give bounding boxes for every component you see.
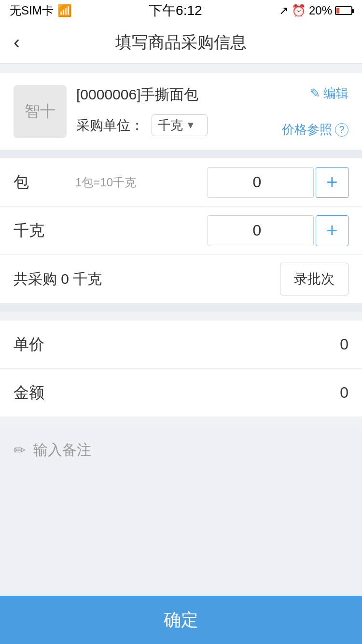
bag-quantity-input[interactable] xyxy=(208,167,314,198)
remark-placeholder: 输入备注 xyxy=(33,440,91,460)
nav-bar: ‹ 填写商品采购信息 xyxy=(0,21,362,64)
product-card: 智十 [0000006]手撕面包 采购单位： 千克 ▼ ✎ 编辑 价格参照 ? xyxy=(0,73,362,150)
section-divider-2 xyxy=(0,303,362,312)
record-batch-button[interactable]: 录批次 xyxy=(280,263,348,295)
input-section: 包 1包=10千克 + 千克 + xyxy=(0,158,362,255)
price-section: 单价 0 金额 0 xyxy=(0,321,362,417)
unit-price-row: 单价 0 xyxy=(0,321,362,369)
product-name: [0000006]手撕面包 xyxy=(76,85,348,105)
bag-label: 包 xyxy=(14,172,71,193)
time-label: 下午6:12 xyxy=(149,1,202,20)
product-image: 智十 xyxy=(14,85,67,138)
carrier-label: 无SIM卡 xyxy=(10,3,54,18)
battery-icon xyxy=(335,6,352,15)
summary-row: 共采购 0 千克 录批次 xyxy=(0,255,362,303)
summary-label: 共采购 0 千克 xyxy=(14,269,102,289)
wifi-icon: 📶 xyxy=(57,4,72,17)
status-right: ↗ ⏰ 20% xyxy=(279,4,352,17)
edit-icon: ✎ xyxy=(310,86,320,101)
kg-plus-button[interactable]: + xyxy=(316,215,348,246)
confirm-button[interactable]: 确定 xyxy=(0,596,362,644)
page-title: 填写商品采购信息 xyxy=(115,31,247,54)
product-logo-text: 智十 xyxy=(25,101,56,122)
kg-label: 千克 xyxy=(14,220,71,241)
battery-percent: 20% xyxy=(309,4,332,17)
chevron-down-icon: ▼ xyxy=(186,120,195,131)
remark-section[interactable]: ✏ 输入备注 xyxy=(0,426,362,474)
status-bar: 无SIM卡 📶 下午6:12 ↗ ⏰ 20% xyxy=(0,0,362,21)
help-icon: ? xyxy=(335,123,348,137)
amount-row: 金额 0 xyxy=(0,369,362,417)
status-left: 无SIM卡 📶 xyxy=(10,3,72,18)
pencil-icon: ✏ xyxy=(14,442,26,459)
unit-select[interactable]: 千克 ▼ xyxy=(152,114,208,136)
section-divider-1 xyxy=(0,150,362,158)
back-button[interactable]: ‹ xyxy=(14,31,20,53)
amount-value: 0 xyxy=(340,384,348,402)
unit-price-label: 单价 xyxy=(14,334,340,355)
bag-sub-label: 1包=10千克 xyxy=(75,175,136,190)
kg-quantity-input[interactable] xyxy=(208,215,314,246)
price-ref-button[interactable]: 价格参照 ? xyxy=(282,121,348,138)
price-ref-label: 价格参照 xyxy=(282,121,332,138)
location-icon: ↗ xyxy=(279,4,289,17)
bag-plus-button[interactable]: + xyxy=(316,167,348,198)
unit-label: 采购单位： xyxy=(76,116,144,135)
unit-value: 千克 xyxy=(158,117,183,134)
kg-input-row: 千克 + xyxy=(0,207,362,255)
amount-label: 金额 xyxy=(14,382,340,404)
edit-button[interactable]: ✎ 编辑 xyxy=(310,85,348,102)
bag-input-row: 包 1包=10千克 + xyxy=(0,158,362,207)
alarm-icon: ⏰ xyxy=(292,4,306,17)
unit-price-value: 0 xyxy=(340,336,348,353)
